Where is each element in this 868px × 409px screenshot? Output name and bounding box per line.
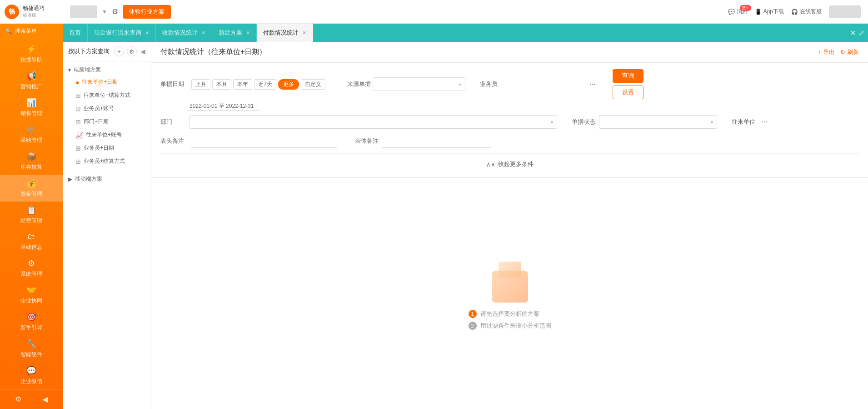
hardware-icon: 🔧 <box>26 339 36 349</box>
sidebar-item-enterprise[interactable]: 🤝 企业协同 <box>0 282 63 308</box>
source-doc-section: 来源单据 ▾ <box>347 77 465 91</box>
add-scheme-btn[interactable]: + <box>114 46 124 56</box>
filter-row-3: 表头备注 表体备注 <box>160 134 859 148</box>
left-panel: 按以下方案查询 + ⚙ ◀ ▾ 电脑端方案 ● 往来单位+日期 ⊞ <box>63 42 151 409</box>
headset-icon: 🎧 <box>791 9 798 15</box>
search-menu[interactable]: 🔍 搜索菜单 <box>0 24 63 39</box>
partner-section: 往来单位 ··· <box>732 117 859 126</box>
company-selector[interactable] <box>70 5 97 18</box>
page-title: 付款情况统计（往来单位+日期） <box>160 47 266 57</box>
sidebar-item-system[interactable]: ⚙ 系统管理 <box>0 255 63 282</box>
tab-payments-close[interactable]: ✕ <box>302 30 306 36</box>
dept-select[interactable]: ▾ <box>190 115 557 129</box>
scheme-item-salesman-settlement[interactable]: ⊞ 业务员+结算方式 <box>63 155 151 168</box>
company-dropdown-arrow[interactable]: ▼ <box>102 9 107 15</box>
tab-home[interactable]: 首页 <box>63 24 88 42</box>
sidebar-item-finance[interactable]: 💰 资金管理 <box>0 175 63 202</box>
partner-more-btn[interactable]: ··· <box>759 117 770 126</box>
sales-icon: 📊 <box>26 98 36 108</box>
enterprise-icon: 🤝 <box>26 285 36 295</box>
sidebar-item-purchase[interactable]: 🛒 采购管理 <box>0 121 63 148</box>
partner-date-icon: ● <box>75 79 79 86</box>
empty-hints: 1 请先选择要分析的方案 2 用过滤条件来缩小分析范围 <box>469 310 551 330</box>
tab-receipts[interactable]: 收款情况统计 ✕ <box>156 24 212 42</box>
tab-bank[interactable]: 现金银行流水查询 ✕ <box>88 24 156 42</box>
empty-box-shape <box>492 271 528 303</box>
sidebar-item-wechat[interactable]: 💬 企业微信 <box>0 362 63 389</box>
collapse-filter-btn[interactable]: ∧∧ 收起更多条件 <box>160 157 859 171</box>
scheme-item-dept-date[interactable]: ⊞ 部门+日期 <box>63 115 151 128</box>
tab-payments[interactable]: 付款情况统计 ✕ <box>257 24 313 42</box>
date-more-btn[interactable]: 更多 <box>278 79 299 90</box>
left-panel-collapse-btn[interactable]: ◀ <box>140 48 145 55</box>
date-last-month-btn[interactable]: 上月 <box>191 79 210 90</box>
partner-label: 往来单位 <box>732 118 755 126</box>
scheme-item-salesman-date[interactable]: ⊞ 业务员+日期 <box>63 141 151 155</box>
messages-btn[interactable]: 💬 消息 99+ <box>728 8 748 15</box>
sidebar-item-sales[interactable]: 📊 销售管理 <box>0 94 63 121</box>
tab-new-scheme-close[interactable]: ✕ <box>246 30 250 36</box>
dept-date-icon: ⊞ <box>75 118 81 126</box>
scheme-item-partner-settlement[interactable]: ⊞ 往来单位+结算方式 <box>63 89 151 102</box>
tab-receipts-close[interactable]: ✕ <box>201 30 205 36</box>
app-download-btn[interactable]: 📱 App下载 <box>755 8 784 15</box>
inventory-icon: 📦 <box>26 151 36 162</box>
tab-new-scheme[interactable]: 新建方案 ✕ <box>212 24 257 42</box>
filter-area: 单据日期 上月 本月 本年 近7天 更多 自定义 来源单据 <box>151 63 868 178</box>
sidebar-collapse-btn[interactable]: ◀ <box>42 395 48 404</box>
date-quick-btns: 上月 本月 本年 近7天 更多 自定义 <box>191 79 325 90</box>
date-this-month-btn[interactable]: 本月 <box>212 79 231 90</box>
finance-icon: 💰 <box>26 178 36 188</box>
scheme-settings-btn[interactable]: ⚙ <box>127 46 137 56</box>
date-range-input[interactable] <box>188 102 260 111</box>
body-note-label: 表体备注 <box>355 137 379 145</box>
date-7days-btn[interactable]: 近7天 <box>254 79 276 90</box>
desktop-scheme-group: ▾ 电脑端方案 ● 往来单位+日期 ⊞ 往来单位+结算方式 ⊞ 业务员+账号 ⊞ <box>63 61 151 171</box>
expand-tab-btn[interactable]: ⤢ <box>858 29 864 37</box>
query-btn[interactable]: 查询 <box>613 69 644 83</box>
sidebar-item-operations[interactable]: 📋 经营管理 <box>0 202 63 228</box>
online-service-btn[interactable]: 🎧 在线客服 <box>791 8 822 15</box>
scheme-item-salesman-account[interactable]: ⊞ 业务员+账号 <box>63 102 151 115</box>
date-custom-btn[interactable]: 自定义 <box>301 79 325 90</box>
salesman-more-btn[interactable]: ··· <box>587 80 598 89</box>
sidebar-item-marketing[interactable]: 📢 营销推广 <box>0 67 63 94</box>
refresh-icon: ↻ <box>840 49 845 56</box>
sidebar-footer: ⚙ ◀ <box>0 389 63 409</box>
sidebar-item-guide[interactable]: 🎯 新手引导 <box>0 308 63 335</box>
main-area: ▼ ⚙ 体验行业方案 💬 消息 99+ 📱 App下载 🎧 在线客服 首页 <box>63 0 868 409</box>
doc-status-select[interactable]: ▾ <box>599 115 717 129</box>
sidebar-item-inventory[interactable]: 📦 库存核算 <box>0 148 63 175</box>
source-doc-select[interactable]: ▾ <box>373 77 465 91</box>
scheme-item-partner-account[interactable]: 📈 往来单位+账号 <box>63 128 151 141</box>
hint-num-2: 2 <box>469 322 477 330</box>
sidebar-item-hardware[interactable]: 🔧 智能硬件 <box>0 335 63 362</box>
marketing-icon: 📢 <box>26 71 36 81</box>
filter-settings-btn[interactable]: 设置 <box>613 86 644 99</box>
phone-icon: 📱 <box>755 9 762 15</box>
header-note-label: 表头备注 <box>160 137 184 145</box>
user-avatar[interactable] <box>829 5 861 18</box>
sidebar-item-quick-nav[interactable]: ⚡ 快捷导航 <box>0 40 63 67</box>
body-note-input[interactable] <box>382 134 491 148</box>
system-icon: ⚙ <box>28 258 35 268</box>
date-label: 单据日期 <box>160 80 184 88</box>
body-note-section: 表体备注 <box>355 134 491 148</box>
sidebar-settings-btn[interactable]: ⚙ <box>15 395 21 404</box>
export-btn[interactable]: ↑ 导出 <box>818 48 835 56</box>
scheme-item-partner-date[interactable]: ● 往来单位+日期 <box>63 76 151 89</box>
left-panel-actions: + ⚙ <box>114 46 137 56</box>
header-note-input[interactable] <box>191 134 337 148</box>
settings-icon[interactable]: ⚙ <box>112 7 118 16</box>
sidebar-item-basic-info[interactable]: 🗂 基础信息 <box>0 228 63 255</box>
refresh-btn[interactable]: ↻ 刷新 <box>840 48 859 56</box>
date-this-year-btn[interactable]: 本年 <box>233 79 252 90</box>
desktop-group-toggle[interactable]: ▾ 电脑端方案 <box>63 64 151 76</box>
mobile-group-toggle[interactable]: ▶ 移动端方案 <box>63 173 151 185</box>
close-all-tabs-btn[interactable]: ✕ <box>850 29 856 37</box>
empty-hint-1: 1 请先选择要分析的方案 <box>469 310 551 318</box>
tab-bank-close[interactable]: ✕ <box>145 30 149 36</box>
date-range-row <box>160 102 859 111</box>
trial-btn[interactable]: 体验行业方案 <box>123 5 171 19</box>
guide-icon: 🎯 <box>26 312 36 322</box>
